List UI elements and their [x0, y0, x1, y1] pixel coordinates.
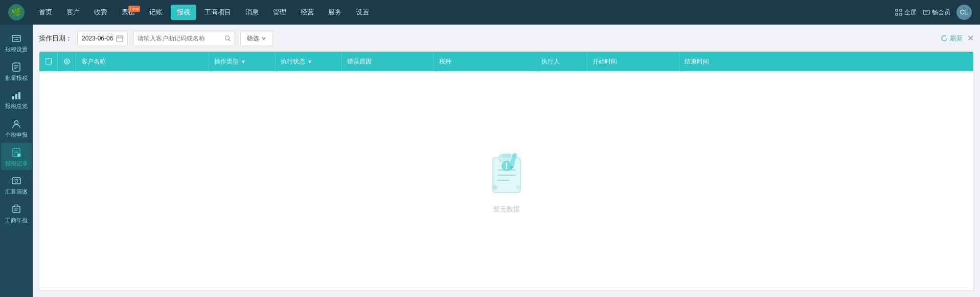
svg-point-39: [225, 36, 229, 40]
table-wrapper: 客户名称 操作类型 ▼ 执行状态 ▼ 错误原因 税种 执行人: [39, 51, 974, 291]
annual-report-icon: [11, 204, 22, 215]
logo[interactable]: 🌿: [8, 4, 25, 20]
personal-tax-label: 个税申报: [5, 132, 28, 139]
nav-item-customer[interactable]: 客户: [60, 5, 86, 20]
table-body: 暂无数据: [39, 71, 973, 290]
member-icon: [923, 9, 930, 16]
sidebar-item-annual-report[interactable]: 工商年报: [1, 200, 32, 227]
svg-rect-6: [923, 10, 929, 14]
chevron-down-icon: [261, 36, 266, 41]
tax-overview-label: 报税总览: [5, 103, 28, 110]
nav-item-settings[interactable]: 设置: [350, 5, 375, 20]
tax-settings-icon: [11, 33, 22, 44]
sidebar-item-personal-tax[interactable]: 个税申报: [1, 114, 32, 142]
batch-tax-label: 批量报税: [5, 75, 28, 82]
th-op-type[interactable]: 操作类型 ▼: [209, 52, 276, 71]
nav-item-message[interactable]: 消息: [239, 5, 265, 20]
svg-point-43: [64, 59, 70, 64]
svg-rect-31: [13, 206, 20, 213]
tax-records-icon: [11, 147, 22, 158]
th-start-time: 开始时间: [587, 52, 679, 71]
member-button[interactable]: 畅会员: [923, 8, 950, 17]
svg-text:🌿: 🌿: [11, 7, 21, 17]
sidebar-item-tax-settings[interactable]: 报税设置: [1, 29, 32, 56]
nav-item-tax[interactable]: 报税: [171, 5, 196, 20]
svg-rect-5: [900, 13, 902, 15]
svg-rect-4: [896, 13, 898, 15]
nav-item-service[interactable]: 服务: [322, 5, 348, 20]
top-nav-right: 全屏 畅会员 CE: [895, 5, 972, 20]
th-settings[interactable]: [58, 52, 76, 71]
sidebar-item-settlement[interactable]: 汇算清缴: [1, 171, 32, 199]
sidebar-item-tax-overview[interactable]: 报税总览: [1, 86, 32, 113]
main-layout: 报税设置 批量报税 报税总览: [0, 25, 980, 297]
th-executor: 执行人: [536, 52, 587, 71]
sidebar-item-batch-tax[interactable]: 批量报税: [1, 57, 32, 85]
svg-point-61: [516, 186, 520, 189]
toolbar-actions: 刷新 ✕: [941, 34, 974, 43]
filter-icon-op-type: ▼: [241, 59, 246, 65]
top-nav: 🌿 首页 客户 收费 票据 new 记账 报税 工商项目 消息 管理 经营 服务…: [0, 0, 980, 25]
fullscreen-button[interactable]: 全屏: [895, 8, 917, 17]
tax-overview-icon: [11, 90, 22, 101]
svg-point-56: [506, 168, 507, 169]
filter-icon-exec-status: ▼: [307, 59, 312, 65]
nav-item-home[interactable]: 首页: [33, 5, 58, 20]
svg-rect-27: [12, 178, 20, 184]
svg-rect-35: [117, 36, 123, 41]
svg-line-40: [229, 39, 230, 41]
date-label: 操作日期：: [39, 34, 72, 43]
refresh-button[interactable]: 刷新: [941, 34, 963, 43]
table-header: 客户名称 操作类型 ▼ 执行状态 ▼ 错误原因 税种 执行人: [39, 52, 973, 71]
member-label: 畅会员: [932, 8, 950, 17]
avatar[interactable]: CE: [956, 5, 972, 20]
nav-item-manage[interactable]: 管理: [267, 5, 292, 20]
fullscreen-label: 全屏: [904, 8, 917, 17]
batch-tax-icon: [11, 61, 22, 73]
refresh-icon: [941, 35, 948, 42]
fullscreen-icon: [895, 9, 902, 16]
nav-item-bookkeeping[interactable]: 记账: [143, 5, 169, 20]
annual-report-label: 工商年报: [5, 217, 28, 224]
svg-point-42: [66, 60, 68, 62]
svg-rect-41: [45, 59, 51, 65]
empty-state: 暂无数据: [468, 132, 545, 229]
sidebar-item-tax-records[interactable]: 报税记录: [1, 143, 32, 171]
search-icon: [224, 35, 231, 42]
nav-item-invoice[interactable]: 票据 new: [116, 5, 141, 20]
svg-rect-18: [18, 92, 20, 99]
sidebar: 报税设置 批量报税 报税总览: [0, 25, 33, 297]
svg-rect-16: [12, 96, 14, 99]
calendar-icon: [116, 35, 123, 42]
main-content: 操作日期： 2023-06-06 筛选: [33, 25, 980, 297]
close-button[interactable]: ✕: [967, 34, 974, 43]
filter-button[interactable]: 筛选: [240, 31, 273, 46]
svg-rect-9: [12, 35, 20, 41]
settlement-icon: [11, 175, 22, 186]
th-checkbox[interactable]: [39, 52, 58, 71]
empty-text: 暂无数据: [493, 205, 520, 214]
th-exec-status[interactable]: 执行状态 ▼: [276, 52, 342, 71]
tax-settings-label: 报税设置: [5, 46, 28, 53]
th-tax-type: 税种: [434, 52, 536, 71]
nav-item-billing[interactable]: 收费: [88, 5, 113, 20]
personal-tax-icon: [11, 118, 22, 130]
svg-rect-17: [15, 94, 17, 99]
svg-point-28: [15, 179, 18, 182]
svg-rect-32: [15, 205, 18, 207]
svg-point-60: [492, 185, 497, 190]
date-picker[interactable]: 2023-06-06: [77, 31, 128, 46]
th-error-reason: 错误原因: [342, 52, 434, 71]
search-input[interactable]: [138, 35, 222, 42]
nav-item-business[interactable]: 工商项目: [198, 5, 237, 20]
filter-label: 筛选: [247, 34, 259, 43]
nav-item-operation[interactable]: 经营: [294, 5, 320, 20]
toolbar: 操作日期： 2023-06-06 筛选: [39, 31, 974, 46]
refresh-label: 刷新: [950, 34, 963, 43]
tax-records-label: 报税记录: [5, 160, 28, 167]
date-value: 2023-06-06: [82, 35, 113, 42]
search-box[interactable]: [133, 31, 235, 46]
svg-point-19: [15, 120, 18, 124]
svg-rect-2: [896, 9, 898, 11]
svg-rect-3: [900, 9, 902, 11]
